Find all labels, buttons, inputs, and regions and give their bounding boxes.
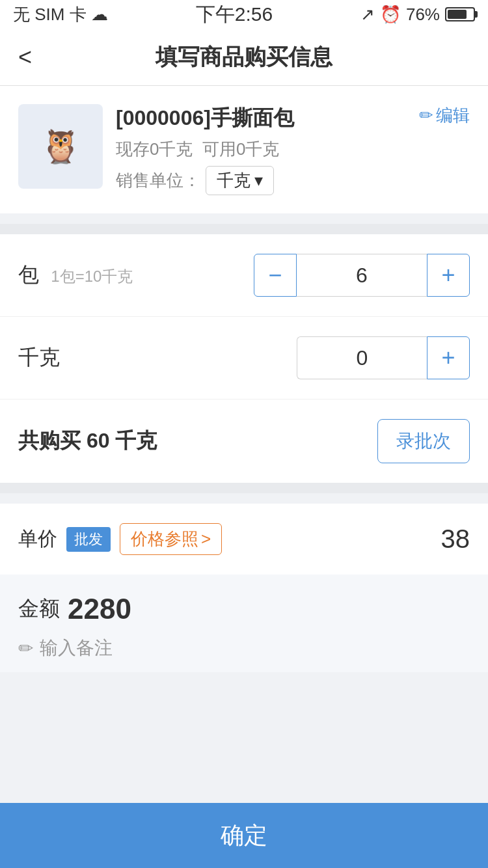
price-row: 单价 批发 价格参照 > 38: [18, 523, 470, 555]
kg-input-row: 千克 +: [0, 317, 488, 400]
edit-button[interactable]: ✏ 编辑: [419, 104, 470, 127]
product-thumbnail: 🦉: [18, 104, 103, 189]
price-type-badge: 批发: [66, 527, 111, 552]
section-divider-2: [0, 483, 488, 493]
bag-input[interactable]: [297, 254, 427, 297]
page-title: 填写商品购买信息: [156, 42, 332, 72]
price-reference-button[interactable]: 价格参照 >: [120, 523, 222, 555]
status-bar: 无 SIM 卡 ☁ 下午2:56 ↗ ⏰ 76%: [0, 0, 488, 29]
kg-plus-button[interactable]: +: [427, 336, 470, 379]
bag-plus-button[interactable]: +: [427, 254, 470, 297]
amount-value: 2280: [68, 593, 131, 625]
product-card: 🦉 [0000006]手撕面包 ✏ 编辑 现存0千克 可用0千克 销售单位： 千…: [0, 86, 488, 213]
amount-row: 金额 2280: [18, 593, 470, 625]
back-button[interactable]: <: [18, 44, 32, 71]
status-time: 下午2:56: [196, 1, 273, 28]
nav-bar: < 填写商品购买信息: [0, 29, 488, 86]
status-left: 无 SIM 卡 ☁: [13, 3, 108, 26]
price-section: 单价 批发 价格参照 > 38: [0, 504, 488, 575]
alarm-icon: ⏰: [380, 5, 401, 25]
status-right: ↗ ⏰ 76%: [360, 5, 475, 25]
total-row: 共购买 60 千克 录批次: [0, 400, 488, 483]
unit-selector[interactable]: 千克 ▾: [206, 166, 274, 195]
bag-label: 包 1包=10千克: [18, 261, 133, 290]
product-stock: 现存0千克 可用0千克: [116, 138, 470, 161]
bag-minus-button[interactable]: −: [254, 254, 297, 297]
bag-hint: 1包=10千克: [51, 267, 133, 285]
note-label: 输入备注: [40, 636, 113, 660]
record-batch-button[interactable]: 录批次: [377, 419, 470, 463]
price-label: 单价: [18, 526, 57, 552]
kg-input[interactable]: [297, 336, 427, 379]
note-row[interactable]: ✏ 输入备注: [18, 636, 470, 660]
kg-controls: +: [297, 336, 470, 379]
amount-label: 金额: [18, 595, 60, 623]
total-text: 共购买 60 千克: [18, 427, 157, 455]
product-info: [0000006]手撕面包 ✏ 编辑 现存0千克 可用0千克 销售单位： 千克 …: [116, 104, 470, 195]
bag-controls: − +: [254, 254, 470, 297]
product-name: [0000006]手撕面包: [116, 104, 294, 133]
chevron-down-icon: ▾: [254, 170, 263, 191]
price-value: 38: [441, 524, 470, 554]
pencil-icon: ✏: [18, 638, 33, 659]
bag-input-row: 包 1包=10千克 − +: [0, 234, 488, 317]
section-divider-1: [0, 224, 488, 234]
kg-label: 千克: [18, 344, 60, 372]
product-logo-icon: 🦉: [40, 128, 81, 165]
chevron-right-icon: >: [201, 529, 211, 549]
product-unit: 销售单位： 千克 ▾: [116, 166, 470, 195]
sim-label: 无 SIM 卡 ☁: [13, 3, 108, 26]
battery-icon: [445, 7, 475, 21]
battery-percent: 76%: [406, 5, 440, 25]
edit-icon: ✏: [419, 105, 433, 126]
confirm-button[interactable]: 确定: [0, 803, 488, 868]
amount-section: 金额 2280 ✏ 输入备注: [0, 575, 488, 672]
signal-icon: ↗: [360, 5, 375, 25]
